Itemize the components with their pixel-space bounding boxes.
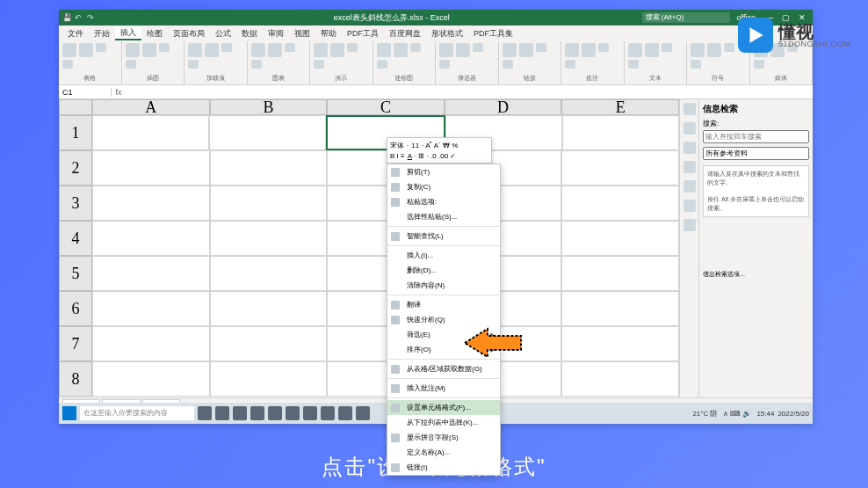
ribbon-tab-页面布局[interactable]: 页面布局 bbox=[168, 28, 210, 40]
menu-item[interactable]: 复制(C) bbox=[387, 179, 500, 194]
sidebar-icon-行家[interactable] bbox=[684, 180, 696, 193]
cell-A8[interactable] bbox=[92, 361, 210, 397]
ribbon-tab-数据[interactable]: 数据 bbox=[236, 28, 263, 40]
menu-item[interactable]: 设置单元格格式(F)... bbox=[387, 400, 500, 415]
cell-A5[interactable] bbox=[92, 256, 210, 291]
menu-item[interactable]: 粘贴选项: bbox=[387, 194, 500, 209]
system-tray[interactable]: 21°C 阴 ∧ ⌨ 🔊 15:44 2022/5/20 bbox=[692, 409, 809, 419]
name-box[interactable]: C1 bbox=[59, 88, 112, 97]
row-header-2[interactable]: 2 bbox=[59, 150, 92, 186]
menu-item[interactable]: 从表格/区域获取数据(G) bbox=[387, 361, 500, 376]
cell-B4[interactable] bbox=[210, 221, 328, 256]
cell-E2[interactable] bbox=[561, 150, 679, 186]
taskbar-app-icon[interactable] bbox=[338, 406, 352, 420]
row-header-1[interactable]: 1 bbox=[59, 115, 92, 150]
cell-A2[interactable] bbox=[92, 150, 210, 186]
cell-B2[interactable] bbox=[210, 150, 328, 186]
menu-item[interactable]: 翻译 bbox=[387, 297, 500, 312]
row-header-5[interactable]: 5 bbox=[59, 256, 92, 291]
column-header-C[interactable]: C bbox=[327, 99, 445, 115]
taskbar-app-icon[interactable] bbox=[303, 406, 317, 420]
sidebar-icon-更多[interactable] bbox=[684, 219, 696, 231]
column-header-B[interactable]: B bbox=[210, 99, 328, 115]
taskbar-app-icon[interactable] bbox=[286, 406, 300, 420]
column-header-D[interactable]: D bbox=[445, 99, 562, 115]
taskbar-app-icon[interactable] bbox=[198, 406, 212, 420]
fx-icon[interactable]: fx bbox=[112, 88, 126, 97]
taskbar-app-icon[interactable] bbox=[268, 406, 282, 420]
cell-E8[interactable] bbox=[561, 361, 679, 397]
research-source-select[interactable] bbox=[703, 147, 809, 160]
cell-A4[interactable] bbox=[92, 221, 210, 256]
cell-E3[interactable] bbox=[561, 186, 679, 221]
row-header-6[interactable]: 6 bbox=[59, 291, 92, 326]
undo-icon[interactable]: ↶ bbox=[75, 13, 83, 22]
cell-B6[interactable] bbox=[210, 291, 328, 326]
research-search-input[interactable] bbox=[703, 130, 809, 143]
taskbar-app-icon[interactable] bbox=[215, 406, 229, 420]
ribbon-tab-形状格式[interactable]: 形状格式 bbox=[426, 28, 468, 40]
ribbon-tab-帮助[interactable]: 帮助 bbox=[315, 28, 342, 40]
menu-item[interactable]: 选择性粘贴(S)... bbox=[387, 209, 500, 224]
redo-icon[interactable]: ↷ bbox=[87, 13, 96, 22]
mini-font[interactable]: 宋体 bbox=[390, 141, 404, 150]
menu-item[interactable]: 定义名称(A)... bbox=[387, 445, 500, 460]
ribbon-tab-绘图[interactable]: 绘图 bbox=[141, 28, 168, 40]
menu-item[interactable]: 智能查找(L) bbox=[387, 229, 500, 244]
taskbar-app-icon[interactable] bbox=[356, 406, 370, 420]
sidebar-icon-资源[interactable] bbox=[684, 142, 696, 154]
taskbar-app-icon[interactable] bbox=[233, 406, 247, 420]
cell-B3[interactable] bbox=[210, 186, 328, 221]
cell-E1[interactable] bbox=[562, 115, 679, 150]
cell-A3[interactable] bbox=[92, 186, 210, 221]
cell-E5[interactable] bbox=[561, 256, 679, 291]
cell-A1[interactable] bbox=[92, 115, 209, 150]
cell-B5[interactable] bbox=[210, 256, 328, 291]
sidebar-icon-销售[interactable] bbox=[684, 200, 696, 212]
sidebar-icon-属性[interactable] bbox=[684, 122, 696, 135]
ribbon-tab-公式[interactable]: 公式 bbox=[210, 28, 236, 40]
menu-item[interactable]: 链接(I) bbox=[387, 460, 500, 475]
save-icon[interactable]: 💾 bbox=[62, 13, 71, 22]
column-header-A[interactable]: A bbox=[92, 99, 210, 115]
ribbon-tab-PDF工具[interactable]: PDF工具 bbox=[342, 28, 384, 40]
cell-E4[interactable] bbox=[561, 221, 679, 256]
search-box[interactable]: 搜索 (Alt+Q) bbox=[642, 12, 730, 23]
cell-E7[interactable] bbox=[561, 326, 679, 361]
sidebar-icon-教育[interactable] bbox=[684, 161, 696, 173]
row-header-4[interactable]: 4 bbox=[59, 221, 92, 256]
cell-B7[interactable] bbox=[210, 326, 328, 361]
ribbon-tab-审阅[interactable]: 审阅 bbox=[263, 28, 289, 40]
menu-item[interactable]: 删除(D)... bbox=[387, 263, 500, 278]
ribbon-tab-视图[interactable]: 视图 bbox=[289, 28, 315, 40]
cell-A7[interactable] bbox=[92, 326, 210, 361]
weather[interactable]: 21°C 阴 bbox=[692, 409, 717, 419]
worksheet[interactable]: ABCDE 12345678 bbox=[59, 99, 679, 397]
cell-B8[interactable] bbox=[210, 361, 328, 397]
menu-item[interactable]: 显示拼音字段(S) bbox=[387, 430, 500, 445]
sidebar-icon-模板[interactable] bbox=[684, 103, 696, 115]
menu-item[interactable]: 从下拉列表中选择(K)... bbox=[387, 415, 500, 430]
cell-B1[interactable] bbox=[209, 115, 326, 150]
menu-item[interactable]: 剪切(T) bbox=[387, 164, 500, 179]
ribbon-tab-百度网盘[interactable]: 百度网盘 bbox=[384, 28, 426, 40]
clock-time[interactable]: 15:44 bbox=[756, 410, 774, 418]
mini-size[interactable]: 11 bbox=[411, 142, 419, 149]
clock-date[interactable]: 2022/5/20 bbox=[778, 410, 809, 418]
select-all-corner[interactable] bbox=[59, 99, 92, 115]
ribbon-tab-开始[interactable]: 开始 bbox=[89, 28, 115, 40]
cell-A6[interactable] bbox=[92, 291, 210, 326]
start-button[interactable] bbox=[62, 406, 76, 420]
mini-toolbar[interactable]: 宋体 · 11 · A ̑ A ̌ ₩ % B I ≡ A · ⊞ · .0 .… bbox=[387, 137, 492, 164]
cell-E6[interactable] bbox=[561, 291, 679, 326]
row-header-3[interactable]: 3 bbox=[59, 186, 92, 221]
taskbar-search[interactable]: 在这里输入你要搜索的内容 bbox=[80, 406, 194, 420]
column-header-E[interactable]: E bbox=[561, 99, 679, 115]
taskbar-app-icon[interactable] bbox=[250, 406, 264, 420]
ribbon-tab-插入[interactable]: 插入 bbox=[115, 27, 141, 40]
ribbon-tab-PDF工具集[interactable]: PDF工具集 bbox=[468, 28, 518, 40]
menu-item[interactable]: 清除内容(N) bbox=[387, 278, 500, 293]
taskbar-app-icon[interactable] bbox=[321, 406, 335, 420]
menu-item[interactable]: 插入(I)... bbox=[387, 248, 500, 263]
research-options-link[interactable]: 信息检索选项... bbox=[703, 217, 809, 279]
